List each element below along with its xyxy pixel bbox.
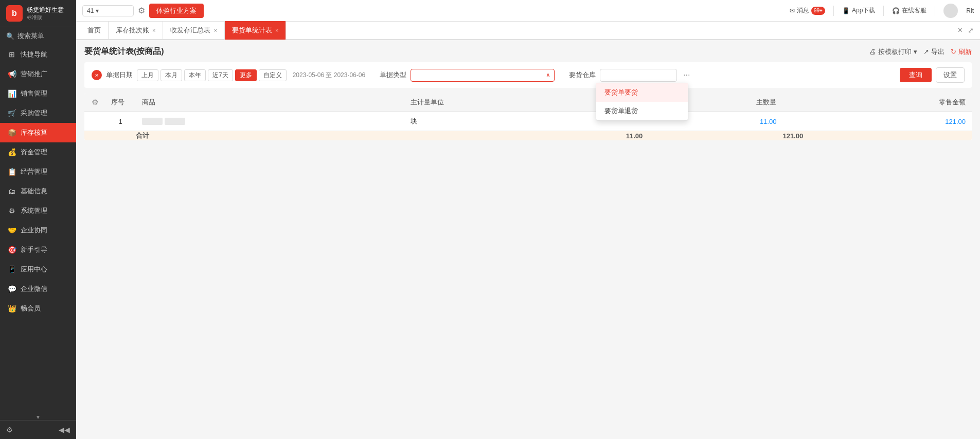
page-actions: 🖨 按模板打印 ▾ ↗ 导出 ↻ 刷新	[869, 47, 972, 57]
sidebar-item-label: 基础信息	[21, 187, 47, 196]
filter-bar: » 单据日期 上月 本月 本年 近7天 更多 自定义 2023-05-06 至 …	[84, 62, 972, 88]
divider3	[935, 6, 935, 16]
quantity-link[interactable]: 11.00	[760, 118, 777, 125]
date-label: 单据日期	[106, 70, 133, 80]
warehouse-input[interactable]	[600, 69, 677, 82]
type-input-wrap: ∧ 要货单要货 要货单退货	[411, 69, 555, 82]
export-btn[interactable]: ↗ 导出	[923, 47, 945, 57]
filter-expand-btn[interactable]: »	[92, 70, 102, 80]
sidebar-item-label: 应用中心	[21, 265, 47, 274]
sidebar-item-label: 企业微信	[21, 284, 47, 294]
tab-close-requisition-stats[interactable]: ×	[275, 27, 278, 33]
footer-collapse-btn[interactable]: ◀◀	[59, 426, 70, 434]
sidebar-item-guide[interactable]: 🎯 新手引导	[0, 240, 76, 260]
app-download-btn[interactable]: 📱 App下载	[842, 6, 875, 15]
sidebar-item-label: 系统管理	[21, 206, 47, 215]
sidebar-item-label: 快捷导航	[21, 50, 47, 59]
page-title: 要货单统计表(按商品)	[84, 46, 164, 57]
col-amount: 零售金额	[782, 93, 972, 112]
amount-link[interactable]: 121.00	[945, 118, 966, 125]
tab-close-receivable-summary[interactable]: ×	[213, 27, 217, 33]
topbar-settings-icon[interactable]: ⚙	[138, 6, 145, 15]
tab-receivable-summary[interactable]: 收发存汇总表 ×	[163, 21, 224, 40]
industry-btn[interactable]: 体验行业方案	[149, 4, 204, 18]
type-input[interactable]	[411, 69, 555, 82]
quick-nav-icon: ⊞	[7, 50, 16, 59]
phone-icon: 📱	[842, 7, 850, 14]
sidebar-search[interactable]: 🔍 搜索菜单	[0, 27, 76, 45]
tab-home[interactable]: 首页	[80, 21, 109, 40]
wechat-icon: 💬	[7, 284, 16, 294]
sidebar-nav: ⊞ 快捷导航 📢 营销推广 📊 销售管理 🛒 采购管理 📦 库存核算 💰 资金管…	[0, 45, 76, 414]
message-btn[interactable]: ✉ 消息 99+	[790, 6, 825, 15]
marketing-icon: 📢	[7, 69, 16, 79]
sidebar-item-enterprise[interactable]: 🤝 企业协同	[0, 221, 76, 240]
sidebar-item-operation[interactable]: 📋 经营管理	[0, 162, 76, 181]
col-product: 商品	[136, 93, 404, 112]
dropdown-item-requisition-return[interactable]: 要货单退货	[596, 102, 688, 120]
service-label: 在线客服	[902, 6, 926, 15]
sidebar-item-sales[interactable]: 📊 销售管理	[0, 84, 76, 103]
row-product-cell	[136, 112, 404, 131]
print-btn[interactable]: 🖨 按模板打印 ▾	[869, 47, 917, 57]
sidebar-item-app-center[interactable]: 📱 应用中心	[0, 260, 76, 279]
date-range-text: 2023-05-06 至 2023-06-06	[293, 71, 365, 80]
sidebar-item-finance[interactable]: 💰 资金管理	[0, 142, 76, 162]
search-icon: 🔍	[6, 32, 14, 40]
data-table: ⚙ 序号 商品 主计量单位 主数量 零售金额 1	[84, 93, 972, 140]
this-year-btn[interactable]: 本年	[184, 69, 206, 81]
last-month-btn[interactable]: 上月	[137, 69, 158, 81]
last-7-days-btn[interactable]: 近7天	[208, 69, 233, 81]
filter-more-btn[interactable]: ···	[683, 70, 690, 80]
print-arrow-icon: ▾	[914, 48, 917, 56]
app-version: 标准版	[27, 14, 64, 21]
close-all-tabs-btn[interactable]: ×	[955, 26, 966, 35]
sidebar-footer: ⚙ ◀◀	[0, 420, 76, 439]
sidebar-scroll-down[interactable]: ▼	[0, 414, 76, 420]
sidebar-item-basic[interactable]: 🗂 基础信息	[0, 181, 76, 201]
sidebar-item-inventory[interactable]: 📦 库存核算	[0, 123, 76, 142]
sidebar-item-label: 新手引导	[21, 245, 47, 254]
topbar-left: 41 ▾ ⚙ 体验行业方案	[82, 4, 786, 18]
tabbar: 首页 库存批次账 × 收发存汇总表 × 要货单统计表 × × ⤢	[76, 22, 980, 40]
query-btn[interactable]: 查询	[900, 68, 932, 82]
sidebar-item-wechat[interactable]: 💬 企业微信	[0, 279, 76, 299]
service-btn[interactable]: 🎧 在线客服	[892, 6, 926, 15]
tab-home-label: 首页	[87, 26, 101, 35]
tab-close-inventory-batch[interactable]: ×	[152, 27, 155, 33]
sidebar-item-quick-nav[interactable]: ⊞ 快捷导航	[0, 45, 76, 64]
expand-tabs-btn[interactable]: ⤢	[966, 26, 976, 34]
refresh-btn[interactable]: ↻ 刷新	[951, 47, 972, 57]
print-label: 按模板打印	[878, 47, 912, 57]
username[interactable]: Rit	[966, 7, 974, 14]
page-header: 要货单统计表(按商品) 🖨 按模板打印 ▾ ↗ 导出 ↻ 刷新	[84, 46, 972, 57]
more-date-btn[interactable]: 更多	[235, 69, 257, 81]
user-avatar[interactable]	[943, 4, 958, 18]
dropdown-item-requisition-order[interactable]: 要货单要货	[596, 83, 688, 102]
branch-selector[interactable]: 41 ▾	[82, 5, 134, 16]
type-dropdown-arrow[interactable]: ∧	[546, 71, 550, 79]
app-label: App下载	[852, 6, 875, 15]
table-row: 1 块 11.00 121.00	[84, 112, 972, 131]
this-month-btn[interactable]: 本月	[161, 69, 182, 81]
tab-requisition-stats-label: 要货单统计表	[232, 26, 272, 35]
topbar-right: ✉ 消息 99+ 📱 App下载 🎧 在线客服 Rit	[790, 4, 974, 18]
refresh-icon: ↻	[951, 48, 956, 56]
type-dropdown: 要货单要货 要货单退货	[596, 83, 688, 121]
custom-date-btn[interactable]: 自定义	[259, 69, 287, 81]
col-settings[interactable]: ⚙	[84, 93, 105, 112]
footer-settings-btn[interactable]: ⚙	[6, 426, 13, 434]
printer-icon: 🖨	[869, 48, 876, 56]
enterprise-icon: 🤝	[7, 226, 16, 235]
tab-inventory-batch[interactable]: 库存批次账 ×	[109, 21, 163, 40]
sidebar-item-system[interactable]: ⚙ 系统管理	[0, 201, 76, 221]
sidebar-item-member[interactable]: 👑 畅会员	[0, 299, 76, 318]
date-buttons: 上月 本月 本年 近7天 更多 自定义	[137, 69, 287, 81]
set-btn[interactable]: 设置	[936, 67, 965, 83]
sidebar-item-marketing[interactable]: 📢 营销推广	[0, 64, 76, 84]
sidebar-item-label: 资金管理	[21, 148, 47, 157]
tab-requisition-stats[interactable]: 要货单统计表 ×	[225, 21, 286, 40]
tab-inventory-batch-label: 库存批次账	[116, 26, 149, 35]
search-label: 搜索菜单	[17, 31, 44, 41]
sidebar-item-purchase[interactable]: 🛒 采购管理	[0, 103, 76, 123]
